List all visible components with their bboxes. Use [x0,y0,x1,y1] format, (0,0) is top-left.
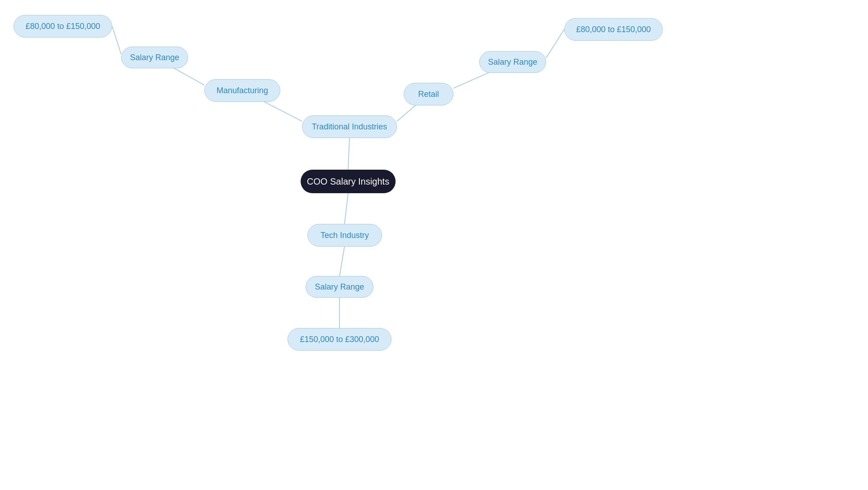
svg-line-1 [344,193,348,224]
salary-range-retail-node[interactable]: Salary Range [479,51,546,73]
retail-node[interactable]: Retail [404,83,453,105]
tech-industry-node[interactable]: Tech Industry [307,224,382,247]
traditional-industries-node[interactable]: Traditional Industries [302,115,397,138]
svg-line-0 [348,138,349,170]
tech-salary-value-node[interactable]: £150,000 to £300,000 [288,328,392,351]
manufacturing-node[interactable]: Manufacturing [204,79,280,102]
svg-line-2 [340,247,344,276]
svg-line-9 [546,29,564,58]
salary-range-manufacturing-node[interactable]: Salary Range [121,47,188,68]
coo-salary-insights-node[interactable]: COO Salary Insights [301,170,396,193]
salary-range-tech-node[interactable]: Salary Range [306,276,373,298]
manufacturing-salary-value-node[interactable]: £80,000 to £150,000 [14,15,112,38]
retail-salary-value-node[interactable]: £80,000 to £150,000 [564,18,663,41]
svg-line-7 [112,26,121,54]
